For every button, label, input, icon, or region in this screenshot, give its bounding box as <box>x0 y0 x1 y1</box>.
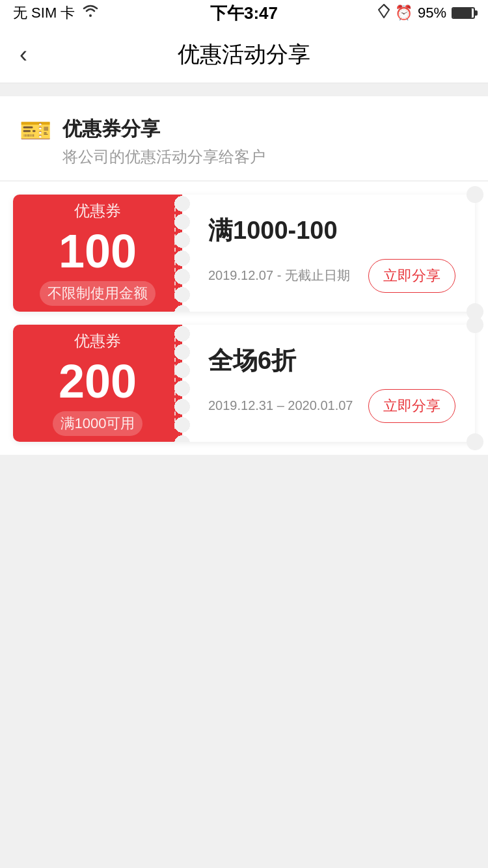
status-bar: 无 SIM 卡 下午3:47 ⏰ 95% <box>0 0 488 26</box>
coupon-card: 优惠券 100 不限制使用金额 满1000-100 2019.12.07 - 无… <box>13 195 475 312</box>
coupon-right-0: 满1000-100 2019.12.07 - 无截止日期 立即分享 <box>182 195 475 312</box>
coupon-card-1: 优惠券 200 满1000可用 全场6折 2019.12.31 – 2020.0… <box>13 325 475 442</box>
coupon-amount-1: 200 <box>59 358 137 405</box>
coupon-scallop-top-1 <box>467 316 483 333</box>
coupon-scallop-top-0 <box>467 186 483 203</box>
coupon-date-0: 2019.12.07 - 无截止日期 <box>208 267 350 284</box>
status-right: ⏰ 95% <box>378 4 475 22</box>
wifi-icon <box>81 4 100 22</box>
coupon-scallop-bottom-1 <box>467 433 483 450</box>
coupon-section-icon: 🎫 <box>20 117 52 143</box>
share-button-1[interactable]: 立即分享 <box>368 389 455 423</box>
section-header: 🎫 优惠券分享 将公司的优惠活动分享给客户 <box>0 96 488 180</box>
coupon-left-0: 优惠券 100 不限制使用金额 <box>13 195 182 312</box>
section-subtitle: 将公司的优惠活动分享给客户 <box>62 146 265 167</box>
coupon-label-0: 优惠券 <box>74 200 121 221</box>
status-left: 无 SIM 卡 <box>13 3 100 23</box>
coupon-label-1: 优惠券 <box>74 331 121 351</box>
back-button[interactable]: ‹ <box>20 43 27 66</box>
coupon-meta-1: 2019.12.31 – 2020.01.07 立即分享 <box>208 389 455 423</box>
nav-bar: ‹ 优惠活动分享 <box>0 26 488 83</box>
section-title: 优惠券分享 <box>62 116 265 142</box>
carrier-text: 无 SIM 卡 <box>13 3 75 23</box>
coupon-amount-0: 100 <box>59 228 137 275</box>
coupon-condition-1: 满1000可用 <box>53 411 143 436</box>
section-text-group: 优惠券分享 将公司的优惠活动分享给客户 <box>62 116 265 167</box>
coupon-condition-0: 不限制使用金额 <box>40 281 156 306</box>
battery-percent: 95% <box>418 5 446 21</box>
coupon-date-1: 2019.12.31 – 2020.01.07 <box>208 398 353 413</box>
coupon-left-1: 优惠券 200 满1000可用 <box>13 325 182 442</box>
battery-icon <box>452 7 475 19</box>
coupon-meta-0: 2019.12.07 - 无截止日期 立即分享 <box>208 259 455 293</box>
coupon-list: 优惠券 100 不限制使用金额 满1000-100 2019.12.07 - 无… <box>0 182 488 455</box>
status-time: 下午3:47 <box>210 2 278 25</box>
coupon-right-1: 全场6折 2019.12.31 – 2020.01.07 立即分享 <box>182 325 475 442</box>
nav-title: 优惠活动分享 <box>178 40 310 70</box>
coupon-name-0: 满1000-100 <box>208 214 455 247</box>
coupon-name-1: 全场6折 <box>208 344 455 377</box>
share-button-0[interactable]: 立即分享 <box>368 259 455 293</box>
location-icon <box>378 4 390 22</box>
alarm-icon: ⏰ <box>395 5 413 21</box>
